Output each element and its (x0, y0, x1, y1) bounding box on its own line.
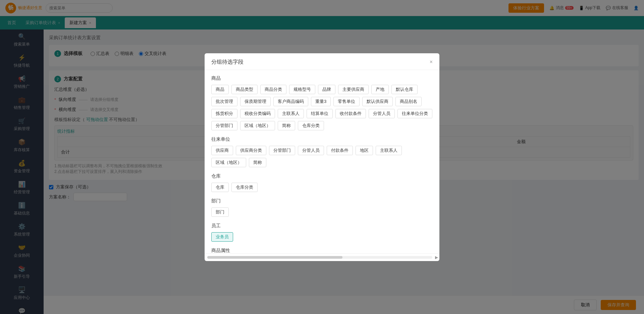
partner-section-title: 往来单位 (211, 136, 433, 142)
field-tag-tax-code[interactable]: 税收分类编码 (240, 109, 275, 118)
product-attr-section-title: 商品属性 (211, 248, 433, 253)
modal-overlay: 分组待选字段 × 商品 商品 商品类型 商品分类 规格型号 品牌 主要供应商 产… (0, 0, 644, 314)
field-tag-dept[interactable]: 分管部门 (211, 121, 237, 130)
field-tag-origin[interactable]: 产地 (371, 85, 389, 94)
field-tag-warehouse[interactable]: 仓库 (211, 183, 229, 192)
modal-close-button[interactable]: × (430, 59, 433, 65)
field-tag-shortname[interactable]: 简称 (278, 121, 295, 130)
product-section-title: 商品 (211, 75, 433, 81)
field-tag-customer-code[interactable]: 客户商品编码 (273, 97, 308, 106)
field-tag-supplier-category[interactable]: 供应商分类 (236, 146, 266, 155)
field-tag-weight[interactable]: 重量3 (311, 97, 331, 106)
field-tag-partner-dept[interactable]: 分管部门 (269, 146, 295, 155)
modal-header: 分组待选字段 × (205, 53, 439, 70)
product-section: 商品 商品 商品类型 商品分类 规格型号 品牌 主要供应商 产地 默认仓库 批次… (211, 75, 433, 130)
field-tag-area[interactable]: 地区 (356, 146, 373, 155)
field-tag-partner-contact[interactable]: 主联系人 (376, 146, 402, 155)
scroll-right-arrow[interactable]: ▶ (435, 255, 439, 260)
field-tag-supervisor[interactable]: 分管人员 (369, 109, 395, 118)
field-tag-main-supplier[interactable]: 主要供应商 (338, 85, 369, 94)
department-section: 部门 部门 (211, 198, 433, 217)
field-tag-product[interactable]: 商品 (211, 85, 229, 94)
field-tag-warehouse-category[interactable]: 仓库分类 (298, 121, 324, 130)
field-tag-main-contact[interactable]: 主联系人 (278, 109, 304, 118)
field-tag-payment-condition[interactable]: 付款条件 (327, 146, 353, 155)
modal-body: 商品 商品 商品类型 商品分类 规格型号 品牌 主要供应商 产地 默认仓库 批次… (205, 70, 439, 253)
warehouse-section-title: 仓库 (211, 173, 433, 179)
employee-field-tags: 业务员 (211, 232, 433, 242)
field-tag-supplier[interactable]: 供应商 (211, 146, 233, 155)
field-tag-product-type[interactable]: 商品类型 (231, 85, 258, 94)
department-field-tags: 部门 (211, 207, 433, 217)
field-tag-payment-terms[interactable]: 收付款条件 (335, 109, 366, 118)
employee-section-title: 员工 (211, 223, 433, 229)
field-tag-alias[interactable]: 商品别名 (395, 97, 422, 106)
field-tag-spec-model[interactable]: 规格型号 (289, 85, 315, 94)
scrollbar-track[interactable] (207, 256, 432, 259)
product-attr-section: 商品属性 属性 颜色 多规格 尺码 鞋码 1 (211, 248, 433, 253)
scrollbar-thumb[interactable] (207, 256, 342, 259)
department-section-title: 部门 (211, 198, 433, 204)
field-tag-default-supplier[interactable]: 默认供应商 (362, 97, 393, 106)
partner-field-tags: 供应商 供应商分类 分管部门 分管人员 付款条件 地区 主联系人 区域（地区） … (211, 146, 433, 167)
partner-section: 往来单位 供应商 供应商分类 分管部门 分管人员 付款条件 地区 主联系人 区域… (211, 136, 433, 167)
field-tag-product-category[interactable]: 商品分类 (260, 85, 286, 94)
field-tag-region[interactable]: 区域（地区） (240, 121, 275, 130)
field-tag-warehouse-cat[interactable]: 仓库分类 (231, 183, 258, 192)
modal-bottom-scrollbar: ▶ (205, 253, 439, 261)
field-tag-salesperson[interactable]: 业务员 (211, 232, 233, 242)
field-tag-settlement-unit[interactable]: 结算单位 (307, 109, 333, 118)
field-tag-shelf-life[interactable]: 保质期管理 (240, 97, 271, 106)
field-tag-partner-category[interactable]: 往来单位分类 (397, 109, 432, 118)
field-tag-default-warehouse[interactable]: 默认仓库 (391, 85, 418, 94)
employee-section: 员工 业务员 (211, 223, 433, 242)
modal-title: 分组待选字段 (211, 59, 244, 66)
product-field-tags: 商品 商品类型 商品分类 规格型号 品牌 主要供应商 产地 默认仓库 批次管理 … (211, 85, 433, 130)
field-tag-pick-score[interactable]: 拣货积分 (211, 109, 237, 118)
warehouse-section: 仓库 仓库 仓库分类 (211, 173, 433, 192)
field-tag-partner-region[interactable]: 区域（地区） (211, 158, 246, 167)
field-tag-batch-mgmt[interactable]: 批次管理 (211, 97, 237, 106)
warehouse-field-tags: 仓库 仓库分类 (211, 183, 433, 192)
field-tag-brand[interactable]: 品牌 (318, 85, 335, 94)
modal-dialog: 分组待选字段 × 商品 商品 商品类型 商品分类 规格型号 品牌 主要供应商 产… (205, 53, 439, 261)
field-tag-partner-supervisor[interactable]: 分管人员 (298, 146, 324, 155)
field-tag-department[interactable]: 部门 (211, 207, 229, 217)
field-tag-partner-shortname[interactable]: 简称 (249, 158, 266, 167)
field-tag-retail-unit[interactable]: 零售单位 (333, 97, 360, 106)
